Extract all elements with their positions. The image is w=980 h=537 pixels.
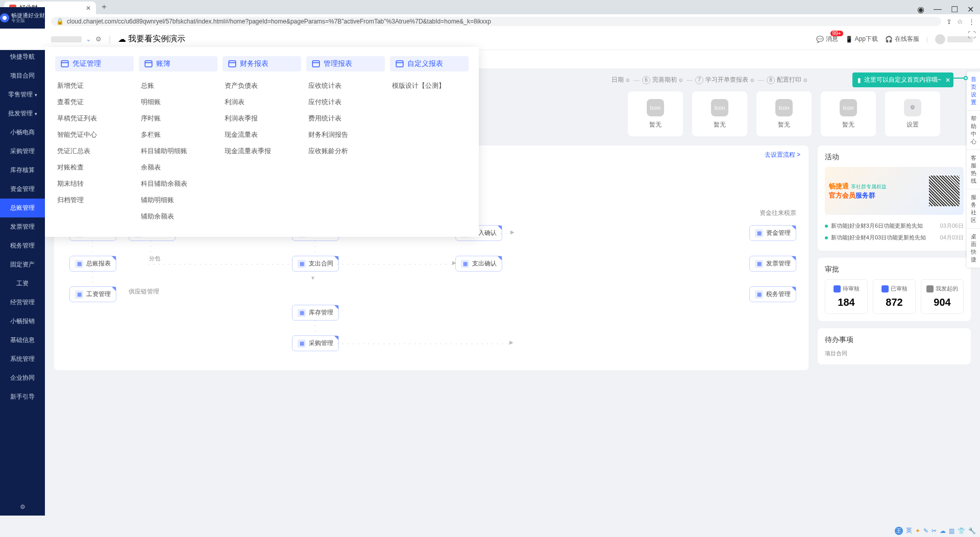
step-item[interactable]: 7学习开单查报表⊙ bbox=[695, 76, 754, 84]
mega-item[interactable]: 草稿凭证列表 bbox=[55, 110, 134, 127]
mega-category[interactable]: 管理报表 bbox=[306, 56, 385, 71]
sidebar-item[interactable]: 批发管理▾ bbox=[0, 104, 45, 123]
sidebar-item[interactable]: 快捷导航 bbox=[0, 47, 45, 66]
mega-item[interactable]: 多栏账 bbox=[139, 127, 217, 143]
sidebar-item[interactable]: 零售管理▾ bbox=[0, 85, 45, 104]
mega-item[interactable]: 现金流量表 bbox=[223, 127, 301, 143]
mega-item[interactable]: 新增凭证 bbox=[55, 78, 134, 94]
node-ledger[interactable]: ▦总账报表 bbox=[69, 256, 116, 272]
sidebar-item[interactable]: 库存核算 bbox=[0, 161, 45, 180]
new-tab-button[interactable]: ＋ bbox=[96, 0, 112, 14]
node-fund[interactable]: ▦资金管理 bbox=[749, 225, 796, 241]
mega-item[interactable]: 科目辅助余额表 bbox=[139, 176, 217, 192]
messages-button[interactable]: 💬 消息 99+ bbox=[816, 35, 838, 43]
user-avatar[interactable] bbox=[935, 34, 973, 44]
mega-item[interactable]: 凭证汇总表 bbox=[55, 143, 134, 159]
mega-item[interactable]: 对账检查 bbox=[55, 159, 134, 176]
support-button[interactable]: 🎧 在线客服 bbox=[885, 35, 919, 43]
rail-item[interactable]: 桌面快捷 bbox=[967, 229, 980, 268]
sidebar-item[interactable]: 固定资产 bbox=[0, 255, 45, 274]
sidebar-item[interactable]: 工资 bbox=[0, 274, 45, 293]
sidebar-item[interactable]: 总账管理 bbox=[0, 199, 45, 217]
node-purchase[interactable]: ▦采购管理 bbox=[292, 335, 339, 351]
account-icon[interactable]: ◉ bbox=[917, 5, 924, 14]
sidebar-item[interactable]: 税务管理 bbox=[0, 236, 45, 255]
quick-card-settings[interactable]: ⚙设置 bbox=[885, 91, 940, 136]
rail-item[interactable]: 首页设置 bbox=[967, 71, 980, 111]
news-item[interactable]: 新功能|好业财3月6日功能更新抢先知03月06日 bbox=[825, 220, 964, 232]
star-icon[interactable]: ☆ bbox=[957, 18, 963, 26]
minimize-icon[interactable]: — bbox=[934, 5, 942, 14]
mega-item[interactable]: 财务利润报告 bbox=[306, 127, 385, 143]
approval-card[interactable]: 我发起的904 bbox=[921, 279, 964, 314]
mega-category[interactable]: 凭证管理 bbox=[55, 56, 134, 71]
rail-item[interactable]: 服务社区 bbox=[967, 189, 980, 229]
gear-icon[interactable]: ⚙ bbox=[95, 35, 102, 43]
step-item[interactable]: 日期⊙ bbox=[611, 76, 630, 84]
approval-card[interactable]: 已审核872 bbox=[873, 279, 916, 314]
sidebar-item[interactable]: 基础信息 bbox=[0, 331, 45, 350]
sidebar-item[interactable]: 小畅报销 bbox=[0, 312, 45, 331]
sidebar-item[interactable]: 经营管理 bbox=[0, 293, 45, 312]
mega-item[interactable]: 辅助余额表 bbox=[139, 208, 217, 225]
mega-item[interactable]: 利润表季报 bbox=[223, 110, 301, 127]
sidebar-item[interactable]: 企业协同 bbox=[0, 369, 45, 387]
mega-item[interactable]: 明细账 bbox=[139, 94, 217, 110]
mega-category[interactable]: 财务报表 bbox=[223, 56, 301, 71]
news-item[interactable]: 新功能|好业财4月03日功能更新抢先知04月03日 bbox=[825, 232, 964, 243]
mega-item[interactable]: 应付统计表 bbox=[306, 94, 385, 110]
menu-icon[interactable]: ⋮ bbox=[968, 18, 975, 26]
quick-card[interactable]: Icon暂无 bbox=[692, 91, 747, 136]
download-button[interactable]: 📱 App下载 bbox=[845, 35, 878, 43]
org-switcher[interactable]: ⌄ ⚙ bbox=[51, 35, 102, 43]
sidebar-item[interactable]: 发票管理 bbox=[0, 217, 45, 236]
step-item[interactable]: 8配置打印⊙ bbox=[767, 76, 807, 84]
mega-item[interactable]: 应收账龄分析 bbox=[306, 143, 385, 159]
sidebar-settings-icon[interactable]: ⚙ bbox=[0, 498, 45, 516]
sidebar-item[interactable]: 项目合同 bbox=[0, 66, 45, 85]
sidebar-item[interactable]: 采购管理 bbox=[0, 142, 45, 161]
node-salary[interactable]: ▦工资管理 bbox=[69, 286, 116, 302]
sidebar-item[interactable]: 小畅电商 bbox=[0, 123, 45, 142]
mega-item[interactable]: 序时账 bbox=[139, 110, 217, 127]
share-icon[interactable]: ⇪ bbox=[946, 18, 952, 26]
node-stock[interactable]: ▦库存管理 bbox=[292, 305, 339, 321]
mega-item[interactable]: 模版设计【公测】 bbox=[390, 78, 469, 94]
quick-card[interactable]: Icon暂无 bbox=[628, 91, 683, 136]
mega-category[interactable]: 账簿 bbox=[139, 56, 217, 71]
mega-item[interactable]: 余额表 bbox=[139, 159, 217, 176]
toast-close-icon[interactable]: ✕ bbox=[945, 77, 950, 84]
rail-item[interactable]: 帮助中心 bbox=[967, 111, 980, 150]
mega-item[interactable]: 资产负债表 bbox=[223, 78, 301, 94]
mega-item[interactable]: 总账 bbox=[139, 78, 217, 94]
node-expend-confirm[interactable]: ▦支出确认 bbox=[455, 256, 502, 272]
mega-item[interactable]: 辅助明细账 bbox=[139, 192, 217, 208]
fullscreen-icon[interactable]: ⛶ bbox=[968, 31, 978, 41]
mega-item[interactable]: 现金流量表季报 bbox=[223, 143, 301, 159]
mega-item[interactable]: 期末结转 bbox=[55, 176, 134, 192]
node-tax[interactable]: ▦税务管理 bbox=[749, 286, 796, 302]
sidebar-item[interactable]: 系统管理 bbox=[0, 350, 45, 369]
mega-category[interactable]: 自定义报表 bbox=[390, 56, 469, 71]
quick-card[interactable]: Icon暂无 bbox=[821, 91, 876, 136]
mega-item[interactable]: 查看凭证 bbox=[55, 94, 134, 110]
demo-link[interactable]: ☁ 我要看实例演示 bbox=[118, 34, 185, 44]
url-field[interactable]: 🔒 cloud.chanjet.com/cc/u6d89qwnryel/57bf… bbox=[51, 17, 941, 26]
sidebar-item[interactable]: 新手引导 bbox=[0, 387, 45, 406]
activity-banner[interactable]: 畅捷通 享社群专属权益 官方会员服务群 bbox=[825, 167, 964, 215]
tab-close-icon[interactable]: ✕ bbox=[86, 5, 91, 12]
maximize-icon[interactable]: ☐ bbox=[951, 5, 958, 14]
node-invoice[interactable]: ▦发票管理 bbox=[749, 256, 796, 272]
mega-item[interactable]: 智能凭证中心 bbox=[55, 127, 134, 143]
mega-item[interactable]: 科目辅助明细账 bbox=[139, 143, 217, 159]
mega-item[interactable]: 归档管理 bbox=[55, 192, 134, 208]
node-expend[interactable]: ▦支出合同 bbox=[292, 256, 339, 272]
close-window-icon[interactable]: ✕ bbox=[967, 5, 974, 14]
sidebar-item[interactable]: 资金管理 bbox=[0, 180, 45, 199]
mega-item[interactable]: 应收统计表 bbox=[306, 78, 385, 94]
rail-item[interactable]: 客服热线 bbox=[967, 150, 980, 189]
mega-item[interactable]: 费用统计表 bbox=[306, 110, 385, 127]
step-item[interactable]: 6完善期初⊙ bbox=[642, 76, 683, 84]
quick-card[interactable]: Icon暂无 bbox=[756, 91, 812, 136]
approval-card[interactable]: 待审核184 bbox=[825, 279, 868, 314]
